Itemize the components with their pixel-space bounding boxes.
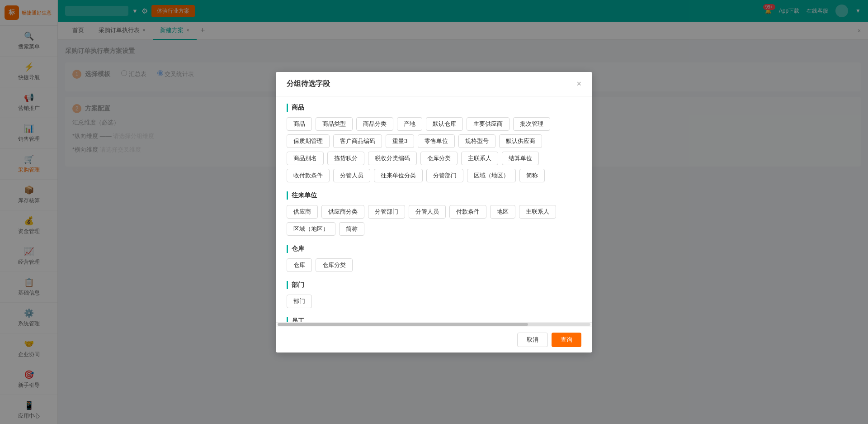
field-tag-rake-points[interactable]: 拣货积分 — [327, 152, 364, 165]
field-tag-main-supplier[interactable]: 主要供应商 — [467, 117, 509, 131]
field-tag-warehouse-category[interactable]: 仓库分类 — [420, 152, 458, 165]
partner-section: 往来单位 供应商 供应商分类 分管部门 分管人员 付款条件 地区 主联系人 区域… — [287, 191, 581, 236]
partner-field-list: 供应商 供应商分类 分管部门 分管人员 付款条件 地区 主联系人 区域（地区） … — [287, 205, 581, 236]
field-tag-goods-alias[interactable]: 商品别名 — [287, 152, 324, 165]
field-selection-modal: 分组待选字段 × 商品 商品 商品类型 商品分类 产地 默认 — [276, 72, 592, 353]
field-tag-tax-category-code[interactable]: 税收分类编码 — [368, 152, 417, 165]
field-tag-partner-mgmt-dept[interactable]: 分管部门 — [368, 205, 405, 219]
field-tag-region[interactable]: 区域（地区） — [467, 169, 516, 182]
modal-header: 分组待选字段 × — [276, 72, 592, 96]
employee-section: 员工 业务员 — [287, 317, 581, 323]
field-tag-origin[interactable]: 产地 — [397, 117, 422, 131]
modal-close-button[interactable]: × — [576, 79, 581, 89]
field-tag-retail-unit[interactable]: 零售单位 — [418, 134, 455, 148]
field-tag-partner-main-contact[interactable]: 主联系人 — [519, 205, 556, 219]
content-area: 采购订单执行表方案设置 1 选择模板 汇总表 交叉统计表 — [58, 40, 868, 424]
main-area: ▼ ⚙ 体验行业方案 🔔 99+ App下载 在线客服 ▼ 首页 采购订单执 — [58, 0, 868, 424]
field-tag-warehouse-cat[interactable]: 仓库分类 — [316, 258, 353, 272]
field-tag-dept[interactable]: 部门 — [287, 295, 312, 308]
field-tag-partner-short-name[interactable]: 简称 — [339, 222, 364, 236]
field-tag-inter-unit-category[interactable]: 往来单位分类 — [374, 169, 423, 182]
field-tag-supplier[interactable]: 供应商 — [287, 205, 318, 219]
modal-horizontal-scrollbar[interactable] — [276, 322, 592, 326]
warehouse-section-title: 仓库 — [287, 245, 581, 253]
goods-section: 商品 商品 商品类型 商品分类 产地 默认仓库 主要供应商 批次管理 保质期管理 — [287, 104, 581, 182]
field-tag-mgmt-dept[interactable]: 分管部门 — [426, 169, 463, 182]
field-tag-weight3[interactable]: 重量3 — [386, 134, 414, 148]
field-tag-supplier-category[interactable]: 供应商分类 — [321, 205, 364, 219]
warehouse-section: 仓库 仓库 仓库分类 — [287, 245, 581, 272]
field-tag-supervisor[interactable]: 分管人员 — [333, 169, 370, 182]
goods-field-list: 商品 商品类型 商品分类 产地 默认仓库 主要供应商 批次管理 保质期管理 客户… — [287, 117, 581, 182]
modal-overlay: 分组待选字段 × 商品 商品 商品类型 商品分类 产地 默认 — [58, 40, 868, 424]
field-tag-customer-goods-code[interactable]: 客户商品编码 — [333, 134, 382, 148]
field-tag-area[interactable]: 地区 — [490, 205, 515, 219]
field-tag-goods[interactable]: 商品 — [287, 117, 312, 131]
modal-title: 分组待选字段 — [287, 79, 330, 89]
field-tag-default-supplier[interactable]: 默认供应商 — [499, 134, 542, 148]
field-tag-goods-category[interactable]: 商品分类 — [356, 117, 393, 131]
department-section-title: 部门 — [287, 281, 581, 289]
cancel-button[interactable]: 取消 — [517, 333, 548, 347]
field-tag-payment-terms[interactable]: 收付款条件 — [287, 169, 330, 182]
field-tag-default-warehouse[interactable]: 默认仓库 — [426, 117, 463, 131]
modal-body: 商品 商品 商品类型 商品分类 产地 默认仓库 主要供应商 批次管理 保质期管理 — [276, 96, 592, 323]
field-tag-main-contact[interactable]: 主联系人 — [461, 152, 498, 165]
confirm-button[interactable]: 查询 — [552, 333, 581, 347]
employee-section-title: 员工 — [287, 317, 581, 323]
department-section: 部门 部门 — [287, 281, 581, 308]
warehouse-field-list: 仓库 仓库分类 — [287, 258, 581, 272]
field-tag-goods-type[interactable]: 商品类型 — [316, 117, 353, 131]
modal-footer: 取消 查询 — [276, 327, 592, 353]
field-tag-partner-supervisor[interactable]: 分管人员 — [409, 205, 446, 219]
field-tag-spec-model[interactable]: 规格型号 — [458, 134, 495, 148]
department-field-list: 部门 — [287, 295, 581, 308]
field-tag-settlement-unit[interactable]: 结算单位 — [502, 152, 539, 165]
goods-section-title: 商品 — [287, 104, 581, 112]
field-tag-shelf-life-mgmt[interactable]: 保质期管理 — [287, 134, 330, 148]
field-tag-short-name[interactable]: 简称 — [519, 169, 545, 182]
field-tag-partner-region[interactable]: 区域（地区） — [287, 222, 335, 236]
partner-section-title: 往来单位 — [287, 191, 581, 200]
field-tag-warehouse-item[interactable]: 仓库 — [287, 258, 312, 272]
field-tag-payment-condition[interactable]: 付款条件 — [449, 205, 486, 219]
field-tag-batch-mgmt[interactable]: 批次管理 — [513, 117, 550, 131]
